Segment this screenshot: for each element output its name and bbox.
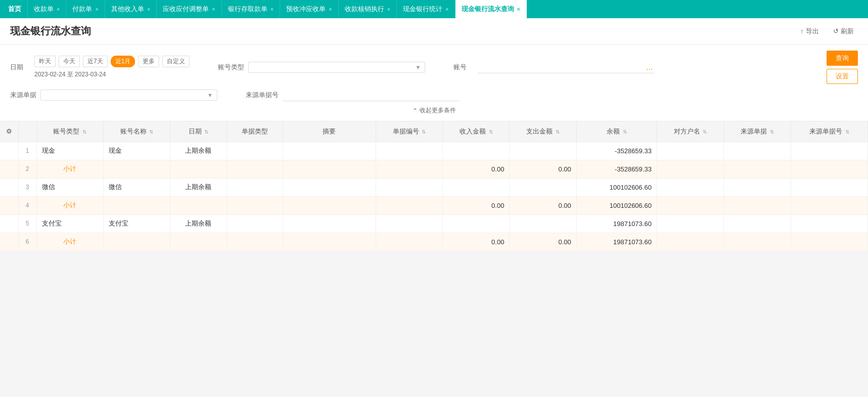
- nav-tab-other-income[interactable]: 其他收入单 ×: [105, 0, 157, 18]
- cell-summary: [283, 178, 376, 196]
- close-icon[interactable]: ×: [147, 6, 150, 12]
- nav-tab-ar-ap-adjust[interactable]: 应收应付调整单 ×: [157, 0, 221, 18]
- close-icon[interactable]: ×: [57, 6, 60, 12]
- table-row[interactable]: 1现金现金上期余额-3528659.33: [0, 142, 868, 160]
- cell-gear: [0, 233, 18, 251]
- cell-seq: 4: [18, 196, 36, 214]
- cell-doc-type: [226, 214, 283, 233]
- source-doc-no-input[interactable]: [283, 90, 460, 100]
- col-income[interactable]: 收入金额 ⇅: [443, 121, 510, 142]
- refresh-button[interactable]: ↺ 刷新: [829, 25, 858, 38]
- cell-doc-type: [226, 178, 283, 196]
- date-options-col: 昨天 今天 近7天 近1月 更多 自定义 2023-02-24 至 2023-0…: [34, 56, 190, 79]
- source-doc-label: 来源单据: [10, 91, 36, 100]
- settings-button[interactable]: 设置: [827, 69, 858, 84]
- cell-account-type: 小计: [36, 196, 103, 214]
- table-row[interactable]: 3微信微信上期余额100102606.60: [0, 178, 868, 196]
- close-icon[interactable]: ×: [212, 6, 215, 12]
- sort-icon: ⇅: [770, 129, 774, 135]
- cell-gear: [0, 196, 18, 214]
- close-icon[interactable]: ×: [270, 6, 273, 12]
- cell-account-type: 小计: [36, 160, 103, 178]
- chevron-down-icon: ▼: [415, 64, 421, 70]
- cell-source-doc-no: [791, 142, 867, 160]
- cell-doc-type: [226, 142, 283, 160]
- col-account-type[interactable]: 账号类型 ⇅: [36, 121, 103, 142]
- cell-account-type: 微信: [36, 178, 103, 196]
- table-row[interactable]: 5支付宝支付宝上期余额19871073.60: [0, 214, 868, 233]
- cell-doc-no: [376, 160, 442, 178]
- cell-account-name: 现金: [103, 142, 170, 160]
- nav-tab-cash-bank-flow[interactable]: 现金银行流水查询 ×: [455, 0, 527, 18]
- account-input-field: ...: [478, 61, 655, 73]
- date-range: 2023-02-24 至 2023-03-24: [34, 70, 190, 79]
- col-balance[interactable]: 余额 ⇅: [576, 121, 657, 142]
- col-seq: [18, 121, 36, 142]
- date-label: 日期: [10, 63, 30, 72]
- cell-account-name: [103, 233, 170, 251]
- cell-seq: 1: [18, 142, 36, 160]
- query-button[interactable]: 查询: [827, 51, 858, 66]
- col-gear[interactable]: ⚙: [0, 121, 18, 142]
- cell-income: [443, 178, 510, 196]
- cell-expense: 0.00: [510, 196, 576, 214]
- cell-source-doc: [724, 142, 791, 160]
- account-input[interactable]: [478, 62, 644, 72]
- col-expense[interactable]: 支出金额 ⇅: [510, 121, 576, 142]
- cell-source-doc: [724, 233, 791, 251]
- table-header-row: ⚙ 账号类型 ⇅ 账号名称 ⇅ 日期 ⇅ 单据类型 摘要: [0, 121, 868, 142]
- nav-home[interactable]: 首页: [2, 0, 28, 18]
- account-dots-button[interactable]: ...: [644, 63, 655, 72]
- date-filter: 日期 昨天 今天 近7天 近1月 更多 自定义 2023-02-24 至 202…: [10, 56, 190, 79]
- close-icon[interactable]: ×: [517, 6, 520, 12]
- cell-seq: 2: [18, 160, 36, 178]
- nav-tab-bank-deposit[interactable]: 银行存取款单 ×: [222, 0, 280, 18]
- date-btn-today[interactable]: 今天: [59, 56, 80, 67]
- export-button[interactable]: ↑ 导出: [797, 25, 824, 38]
- cell-date: [170, 233, 227, 251]
- nav-tab-receipt-verify[interactable]: 收款核销执行 ×: [339, 0, 397, 18]
- col-date[interactable]: 日期 ⇅: [170, 121, 227, 142]
- refresh-icon: ↺: [833, 27, 839, 35]
- sort-icon: ⇅: [149, 129, 153, 135]
- cell-expense: [510, 142, 576, 160]
- cell-account-type: 现金: [36, 142, 103, 160]
- close-icon[interactable]: ×: [329, 6, 332, 12]
- date-btn-7days[interactable]: 近7天: [83, 56, 108, 67]
- source-doc-no-label: 来源单据号: [246, 91, 279, 100]
- cell-income: 0.00: [443, 196, 510, 214]
- table-row[interactable]: 6小计0.000.0019871073.60: [0, 233, 868, 251]
- cell-expense: [510, 214, 576, 233]
- sort-icon: ⇅: [82, 129, 86, 135]
- cell-doc-no: [376, 214, 442, 233]
- nav-tab-payment[interactable]: 付款单 ×: [66, 0, 105, 18]
- nav-tab-cash-bank-stat[interactable]: 现金银行统计 ×: [397, 0, 455, 18]
- date-btn-more[interactable]: 更多: [138, 56, 159, 67]
- nav-tab-receipt[interactable]: 收款单 ×: [28, 0, 66, 18]
- col-counterpart[interactable]: 对方户名 ⇅: [657, 121, 723, 142]
- cell-doc-no: [376, 142, 442, 160]
- cell-seq: 3: [18, 178, 36, 196]
- date-btn-yesterday[interactable]: 昨天: [34, 56, 56, 67]
- source-doc-select[interactable]: ▼: [40, 90, 217, 101]
- cell-gear: [0, 178, 18, 196]
- account-type-select[interactable]: ▼: [248, 62, 425, 73]
- col-source-doc-no[interactable]: 来源单据号 ⇅: [791, 121, 867, 142]
- col-doc-no[interactable]: 单据编号 ⇅: [376, 121, 442, 142]
- cell-income: 0.00: [443, 160, 510, 178]
- table-row[interactable]: 2小计0.000.00-3528659.33: [0, 160, 868, 178]
- close-icon[interactable]: ×: [387, 6, 390, 12]
- nav-tab-advance-offset[interactable]: 预收冲应收单 ×: [280, 0, 338, 18]
- col-source-doc[interactable]: 来源单据 ⇅: [724, 121, 791, 142]
- table-row[interactable]: 4小计0.000.00100102606.60: [0, 196, 868, 214]
- col-account-name[interactable]: 账号名称 ⇅: [103, 121, 170, 142]
- date-options: 昨天 今天 近7天 近1月 更多 自定义: [34, 56, 190, 67]
- cell-account-name: 微信: [103, 178, 170, 196]
- cell-account-name: [103, 160, 170, 178]
- cell-expense: [510, 178, 576, 196]
- close-icon[interactable]: ×: [445, 6, 448, 12]
- collapse-button[interactable]: ⌃ 收起更多条件: [413, 106, 456, 115]
- close-icon[interactable]: ×: [95, 6, 98, 12]
- date-btn-1month[interactable]: 近1月: [111, 56, 135, 67]
- date-btn-custom[interactable]: 自定义: [162, 56, 190, 67]
